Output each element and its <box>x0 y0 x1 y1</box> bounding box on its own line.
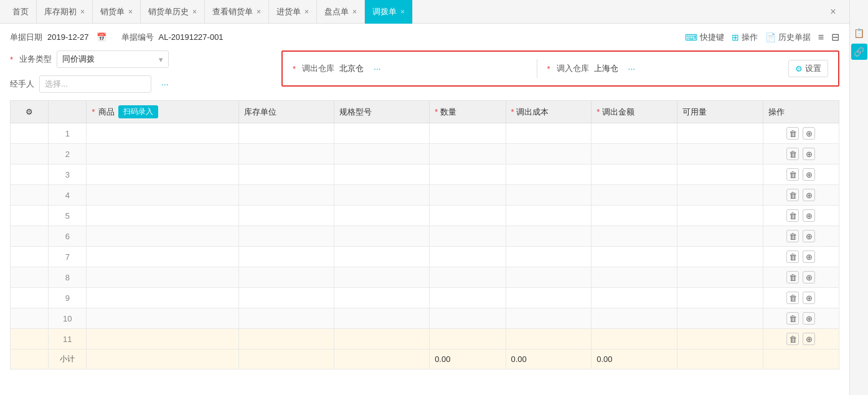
delete-icon[interactable]: 🗑 <box>786 127 799 140</box>
table-cell[interactable] <box>430 123 506 144</box>
table-cell[interactable] <box>592 247 677 267</box>
table-cell[interactable] <box>430 308 506 329</box>
close-icon[interactable]: × <box>192 7 197 16</box>
copy-icon[interactable]: ⊕ <box>803 209 815 222</box>
table-cell[interactable] <box>506 247 592 267</box>
sidebar-list-icon[interactable]: 📋 <box>851 25 867 41</box>
table-cell[interactable] <box>87 164 239 185</box>
tab-transfer[interactable]: 调拨单 × <box>365 0 413 24</box>
shortcuts-button[interactable]: ⌨ 快捷键 <box>685 32 724 43</box>
table-cell[interactable] <box>506 185 592 206</box>
table-cell[interactable] <box>592 308 677 329</box>
table-cell[interactable] <box>506 123 592 144</box>
close-icon[interactable]: × <box>257 7 261 16</box>
copy-icon[interactable]: ⊕ <box>803 271 815 283</box>
operations-button[interactable]: ⊞ 操作 <box>732 32 758 43</box>
tab-stocktake[interactable]: 盘点单 × <box>317 0 365 24</box>
copy-icon[interactable]: ⊕ <box>803 127 815 140</box>
table-cell[interactable] <box>592 288 677 308</box>
window-close-button[interactable]: × <box>822 1 844 23</box>
table-cell[interactable] <box>430 164 506 185</box>
table-cell <box>334 288 430 308</box>
table-cell[interactable] <box>430 267 506 288</box>
tab-sales-history[interactable]: 销货单历史 × <box>141 0 205 24</box>
table-cell[interactable] <box>87 144 239 164</box>
table-cell[interactable] <box>506 144 592 164</box>
history-button[interactable]: 📄 历史单据 <box>765 32 811 43</box>
table-cell[interactable] <box>87 185 239 206</box>
table-cell[interactable] <box>592 267 677 288</box>
table-cell[interactable] <box>506 288 592 308</box>
table-cell: 🗑 ⊕ <box>763 226 839 247</box>
table-cell[interactable] <box>87 308 239 329</box>
table-cell[interactable] <box>506 226 592 247</box>
table-cell[interactable] <box>430 247 506 267</box>
table-cell[interactable] <box>87 288 239 308</box>
delete-icon[interactable]: 🗑 <box>786 333 799 345</box>
close-icon[interactable]: × <box>400 7 405 16</box>
copy-icon[interactable]: ⊕ <box>803 148 815 160</box>
copy-icon[interactable]: ⊕ <box>803 292 815 304</box>
table-cell[interactable] <box>506 308 592 329</box>
table-cell[interactable] <box>430 288 506 308</box>
table-cell[interactable] <box>430 226 506 247</box>
tab-home[interactable]: 首页 <box>5 0 37 24</box>
delete-icon[interactable]: 🗑 <box>786 148 799 160</box>
layout-btn-1[interactable]: ≡ <box>818 32 824 43</box>
table-cell[interactable] <box>430 185 506 206</box>
table-cell[interactable] <box>87 123 239 144</box>
delete-icon[interactable]: 🗑 <box>786 271 799 283</box>
delete-icon[interactable]: 🗑 <box>786 230 799 242</box>
business-type-select[interactable]: 同价调拨 ▾ <box>57 50 169 68</box>
close-icon[interactable]: × <box>80 7 85 16</box>
data-table: ⚙ * 商品 扫码录入 库存单位 <box>10 100 839 369</box>
delete-icon[interactable]: 🗑 <box>786 209 799 222</box>
delete-icon[interactable]: 🗑 <box>786 189 799 201</box>
calendar-icon[interactable]: 📅 <box>97 32 106 42</box>
copy-icon[interactable]: ⊕ <box>803 230 815 242</box>
table-cell[interactable] <box>87 267 239 288</box>
th-settings[interactable]: ⚙ <box>11 101 49 123</box>
tab-view-sales[interactable]: 查看销货单 × <box>205 0 269 24</box>
table-cell[interactable] <box>506 267 592 288</box>
copy-icon[interactable]: ⊕ <box>803 312 815 325</box>
transfer-out-more-button[interactable]: ··· <box>374 64 381 74</box>
table-cell[interactable] <box>430 206 506 226</box>
table-cell[interactable] <box>87 247 239 267</box>
tab-inventory-init[interactable]: 库存期初 × <box>37 0 93 24</box>
table-cell[interactable] <box>592 123 677 144</box>
table-cell[interactable] <box>592 206 677 226</box>
handler-select[interactable]: 选择... <box>39 75 151 93</box>
business-type-label: 业务类型 <box>19 54 52 65</box>
delete-icon[interactable]: 🗑 <box>786 312 799 325</box>
transfer-in-more-button[interactable]: ··· <box>628 64 636 74</box>
handler-more-button[interactable]: ··· <box>161 79 169 89</box>
close-icon[interactable]: × <box>352 7 357 16</box>
table-cell[interactable] <box>592 144 677 164</box>
table-cell[interactable] <box>430 144 506 164</box>
th-amount: * 调出金额 <box>592 101 677 123</box>
table-cell[interactable] <box>506 206 592 226</box>
delete-icon[interactable]: 🗑 <box>786 292 799 304</box>
scan-button[interactable]: 扫码录入 <box>118 105 158 118</box>
copy-icon[interactable]: ⊕ <box>803 168 815 181</box>
copy-icon[interactable]: ⊕ <box>803 189 815 201</box>
delete-icon[interactable]: 🗑 <box>786 168 799 181</box>
tab-sales-order[interactable]: 销货单 × <box>93 0 141 24</box>
table-cell[interactable] <box>592 185 677 206</box>
sidebar-link-icon[interactable]: 🔗 <box>851 44 867 60</box>
settings-button[interactable]: ⚙ 设置 <box>788 60 828 77</box>
close-icon[interactable]: × <box>304 7 309 16</box>
delete-icon[interactable]: 🗑 <box>786 250 799 263</box>
tab-purchase[interactable]: 进货单 × <box>269 0 317 24</box>
table-cell <box>334 123 430 144</box>
copy-icon[interactable]: ⊕ <box>803 250 815 263</box>
close-icon[interactable]: × <box>128 7 133 16</box>
copy-icon[interactable]: ⊕ <box>803 333 815 345</box>
layout-btn-2[interactable]: ⊟ <box>831 31 839 43</box>
table-cell[interactable] <box>592 226 677 247</box>
table-cell[interactable] <box>506 164 592 185</box>
table-cell[interactable] <box>87 226 239 247</box>
table-cell[interactable] <box>592 164 677 185</box>
table-cell[interactable] <box>87 206 239 226</box>
